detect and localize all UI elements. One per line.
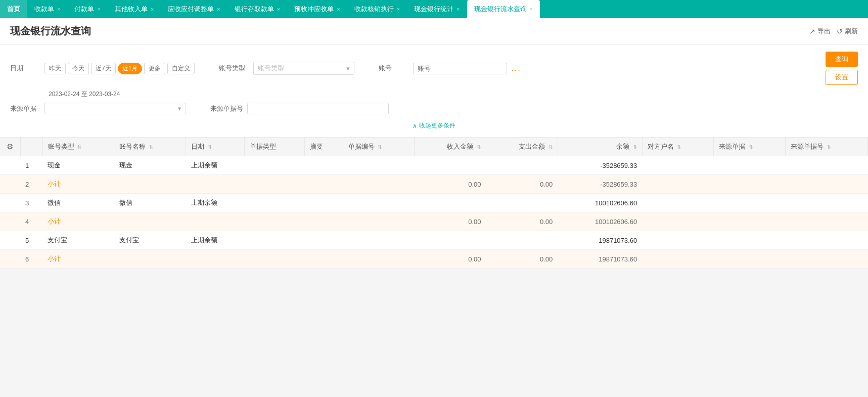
nav-advance-offset[interactable]: 预收冲应收单 × [287,0,347,18]
account-type-value: 账号类型 [258,64,284,73]
nav-cash-bank-flow-close[interactable]: × [530,6,533,12]
cell-source-doc [714,212,786,231]
nav-other-income[interactable]: 其他收入单 × [108,0,161,18]
nav-collection-exec-label: 收款核销执行 [354,5,394,14]
nav-home[interactable]: 首页 [0,0,27,18]
cell-empty [0,156,20,175]
cell-counterpart [642,231,714,250]
cell-account-type: 小计 [42,250,114,269]
date-btn-1month[interactable]: 近1月 [118,63,143,74]
export-icon: ↗ [809,27,815,35]
source-doc-select[interactable]: ▾ [44,103,186,114]
source-doc-arrow-icon: ▾ [178,105,181,112]
cell-account-name [114,250,186,269]
col-source-doc-no[interactable]: 来源单据号 ⇅ [786,138,868,156]
refresh-button[interactable]: ↺ 刷新 [837,27,858,36]
col-expense[interactable]: 支出金额 ⇅ [486,138,558,156]
cell-account-type: 支付宝 [42,231,114,250]
cell-counterpart [642,194,714,212]
col-account-type[interactable]: 账号类型 ⇅ [42,138,114,156]
col-date-label: 日期 [191,143,204,150]
date-range-display: 2023-02-24 至 2023-03-24 [49,91,120,98]
account-type-label: 账号类型 [219,64,249,73]
cell-doc-no [343,194,415,212]
sort-icon-expense: ⇅ [549,144,553,150]
refresh-icon: ↺ [837,27,843,35]
gear-icon[interactable]: ⚙ [7,142,13,151]
nav-bank-deposit-close[interactable]: × [277,6,280,12]
nav-payments-label: 付款单 [74,5,94,14]
source-doc-no-input[interactable] [247,103,389,114]
nav-other-income-close[interactable]: × [151,6,154,12]
cell-doc-no [343,231,415,250]
cell-account-name [114,212,186,231]
filter-row-1: 日期 昨天 今天 近7天 近1月 更多 自定义 账号类型 账号类型 ▾ 账号 .… [10,52,858,85]
date-btn-more[interactable]: 更多 [144,63,165,74]
nav-other-income-label: 其他收入单 [115,5,148,14]
cell-rownum: 1 [20,156,42,175]
col-summary-label: 摘要 [310,143,323,150]
export-label: 导出 [817,27,831,36]
col-income-label: 收入金额 [447,143,473,150]
filter-actions: 查询 设置 [826,52,858,85]
cell-source-doc-no [786,175,868,194]
col-income[interactable]: 收入金额 ⇅ [415,138,486,156]
account-type-select[interactable]: 账号类型 ▾ [253,62,354,75]
cell-summary [304,212,343,231]
col-source-doc[interactable]: 来源单据 ⇅ [714,138,786,156]
nav-cash-bank-stats-close[interactable]: × [456,6,460,12]
sort-icon-income: ⇅ [477,144,481,150]
cell-empty [0,194,20,212]
collapse-bar[interactable]: ∧ 收起更多条件 [10,119,858,132]
sort-icon-balance: ⇅ [633,144,637,150]
nav-payments[interactable]: 付款单 × [67,0,107,18]
account-input[interactable] [413,63,507,74]
table-row: 1现金现金上期余额-3528659.33 [0,156,868,175]
nav-cash-bank-stats[interactable]: 现金银行统计 × [407,0,467,18]
sort-icon-source-doc: ⇅ [749,144,753,150]
cell-empty [0,231,20,250]
table-row: 3微信微信上期余额100102606.60 [0,194,868,212]
nav-receipts[interactable]: 收款单 × [27,0,67,18]
date-label: 日期 [10,64,40,73]
col-rownum [20,138,42,156]
nav-collection-exec-close[interactable]: × [397,6,400,12]
table-row: 6小计0.000.0019871073.60 [0,250,868,269]
query-button[interactable]: 查询 [826,52,858,67]
nav-cash-bank-flow-label: 现金银行流水查询 [474,5,527,14]
nav-cash-bank-flow[interactable]: 现金银行流水查询 × [467,0,540,18]
col-doc-no[interactable]: 单据编号 ⇅ [343,138,415,156]
cell-source-doc-no [786,194,868,212]
nav-receipts-close[interactable]: × [57,6,60,12]
nav-collection-exec[interactable]: 收款核销执行 × [347,0,407,18]
date-options: 昨天 今天 近7天 近1月 更多 自定义 [44,63,195,74]
nav-payments-close[interactable]: × [97,6,100,12]
col-account-name[interactable]: 账号名称 ⇅ [114,138,186,156]
col-counterpart[interactable]: 对方户名 ⇅ [642,138,714,156]
date-btn-7days[interactable]: 近7天 [91,63,116,74]
cell-date: 上期余额 [186,156,245,175]
export-button[interactable]: ↗ 导出 [809,27,831,36]
cell-doc-type [245,175,304,194]
cell-doc-no [343,175,415,194]
settings-button[interactable]: 设置 [826,70,858,85]
col-settings[interactable]: ⚙ [0,138,20,156]
cell-balance: -3528659.33 [558,156,642,175]
nav-ar-adjust-close[interactable]: × [217,6,220,12]
nav-bank-deposit[interactable]: 银行存取款单 × [227,0,287,18]
nav-ar-adjust[interactable]: 应收应付调整单 × [161,0,227,18]
date-btn-today[interactable]: 今天 [68,63,89,74]
col-counterpart-label: 对方户名 [648,143,674,150]
table-container: ⚙ 账号类型 ⇅ 账号名称 ⇅ 日期 ⇅ 单据类型 [0,138,868,269]
col-balance[interactable]: 余额 ⇅ [558,138,642,156]
date-btn-yesterday[interactable]: 昨天 [44,63,66,74]
cell-source-doc-no [786,250,868,269]
date-btn-custom[interactable]: 自定义 [167,63,195,74]
sort-icon-source-doc-no: ⇅ [827,144,831,150]
nav-advance-offset-close[interactable]: × [337,6,340,12]
col-account-name-label: 账号名称 [119,143,146,150]
col-date[interactable]: 日期 ⇅ [186,138,245,156]
nav-cash-bank-stats-label: 现金银行统计 [414,5,453,14]
cell-income [415,156,486,175]
account-dots-button[interactable]: ... [511,64,521,73]
